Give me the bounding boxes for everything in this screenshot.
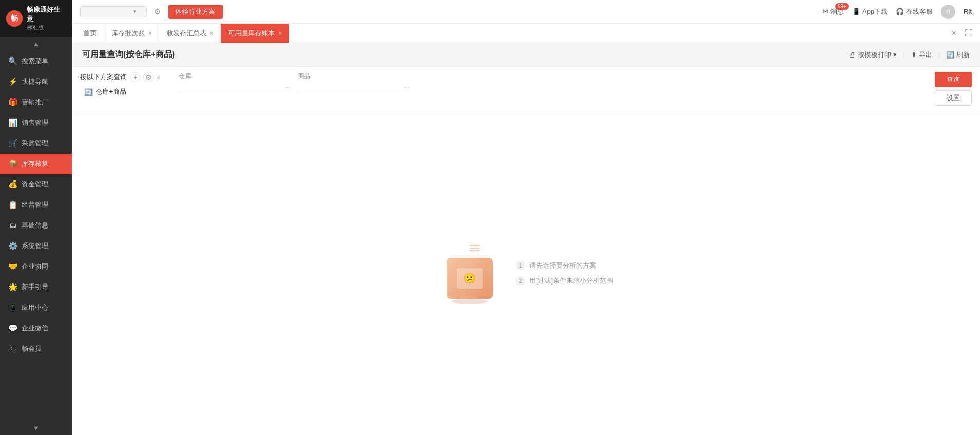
sidebar-item-label: 营销推广 [22,98,48,107]
tab-maximize-button[interactable]: ⛶ [961,27,976,40]
empty-shadow [452,299,488,304]
headset-icon: 🎧 [896,8,904,15]
topbar-right: ✉ 消息 99+ 📱 App下载 🎧 在线客服 R Rit [823,5,972,19]
divider-1: | [903,51,904,59]
tab-available-label: 可用量库存账本 [228,29,275,38]
print-button[interactable]: 🖨 按模板打印 ▾ [849,50,897,60]
sidebar-item-label: 搜索菜单 [22,56,48,66]
tab-available[interactable]: 可用量库存账本 × [221,24,289,43]
add-icon: + [133,73,137,81]
sidebar-item-label: 基础信息 [22,221,48,230]
warehouse-product-scheme[interactable]: 🔄 仓库+商品 [80,85,173,99]
username-label[interactable]: Rit [964,8,972,15]
refresh-label: 刷新 [956,50,970,60]
money-icon: 💰 [8,180,17,189]
message-icon: ✉ [823,8,828,15]
tab-home[interactable]: 首页 [76,24,104,43]
hint-text-1: 请先选择要分析的方案 [529,261,596,270]
warehouse-filter-field: 仓库 ··· [179,72,292,92]
sidebar-item-label: 系统管理 [22,241,48,251]
brand-icon: 畅 [6,10,23,27]
sidebar-item-marketing[interactable]: 🎁 营销推广 [0,92,72,112]
sidebar-item-purchase[interactable]: 🛒 采购管理 [0,133,72,154]
sidebar-item-wechat[interactable]: 💬 企业微信 [0,318,72,338]
tag-icon: 🏷 [8,344,17,353]
sidebar-item-finance[interactable]: 💰 资金管理 [0,174,72,195]
refresh-icon: 🔄 [946,51,954,59]
tab-home-label: 首页 [83,29,97,38]
collapse-button[interactable]: « [157,73,161,81]
sidebar-item-inventory[interactable]: 📦 库存核算 [0,154,72,174]
filter-scheme-panel: 按以下方案查询 + ⚙ « 🔄 仓库+商品 [80,72,173,99]
app-download-label: App下载 [862,7,887,16]
app-download-button[interactable]: 📱 App下载 [852,7,887,16]
filter-fields: 仓库 ··· 商品 ··· [179,72,929,92]
deco-line-3 [470,250,480,251]
sidebar-item-label: 库存核算 [22,159,48,168]
deco-line-2 [470,248,480,249]
topbar: ▾ ⚙ 体验行业方案 ✉ 消息 99+ 📱 App下载 🎧 在线客服 R Rit [72,0,980,24]
tab-available-close[interactable]: × [278,30,282,36]
filter-settings-button[interactable]: 设置 [935,90,972,106]
sidebar-item-appstore[interactable]: 📱 应用中心 [0,297,72,318]
empty-illustration: 😕 [439,242,501,304]
settings-icon[interactable]: ⚙ [154,7,161,16]
handshake-icon: 🤝 [8,262,17,271]
online-support-button[interactable]: 🎧 在线客服 [896,7,933,16]
sidebar-item-sales[interactable]: 📊 销售管理 [0,112,72,133]
product-input[interactable] [300,83,402,91]
scheme-item-label: 仓库+商品 [96,87,126,97]
sidebar-item-quicknav[interactable]: ⚡ 快捷导航 [0,71,72,92]
tab-bar: 首页 库存批次账 × 收发存汇总表 × 可用量库存账本 × × ⛶ [72,24,980,43]
tabs-actions: × ⛶ [949,27,976,40]
tab-close-all-button[interactable]: × [949,27,959,40]
sidebar-scroll-up[interactable]: ▲ [0,37,72,51]
sidebar-item-basic[interactable]: 🗂 基础信息 [0,215,72,236]
sidebar-item-member[interactable]: 🏷 畅会员 [0,338,72,359]
sidebar-item-operations[interactable]: 📋 经营管理 [0,195,72,215]
sidebar-item-label: 经营管理 [22,200,48,210]
print-dropdown-icon[interactable]: ▾ [893,51,897,59]
tab-batch[interactable]: 库存批次账 × [104,24,159,43]
topbar-search-input[interactable] [85,8,131,15]
tab-summary-close[interactable]: × [210,30,213,36]
search-icon: 🔍 [8,56,17,66]
empty-hint-2: 2 用[过滤]条件来缩小分析范围 [516,276,613,286]
filter-actions: 查询 设置 [935,72,972,106]
sidebar: 畅 畅康通好生意 标准版 ▲ 🔍 搜索菜单 ⚡ 快捷导航 🎁 营销推广 📊 销售… [0,0,72,435]
empty-state: 😕 1 请先选择要分析的方案 2 用[过滤]条件来缩小分析范围 [72,111,980,435]
star-icon: 🌟 [8,282,17,292]
query-button[interactable]: 查询 [935,72,972,87]
product-more-icon[interactable]: ··· [404,84,409,91]
sidebar-item-search[interactable]: 🔍 搜索菜单 [0,51,72,71]
hint-num-2: 2 [516,276,525,286]
tab-summary[interactable]: 收发存汇总表 × [159,24,221,43]
refresh-button[interactable]: 🔄 刷新 [946,50,970,60]
filter-bar: 按以下方案查询 + ⚙ « 🔄 仓库+商品 仓库 ··· [72,67,980,111]
sidebar-header: 畅 畅康通好生意 标准版 [0,0,72,37]
filter-scheme-label: 按以下方案查询 [80,72,127,82]
phone-icon: 📱 [852,8,860,15]
avatar-initials: R [946,9,950,15]
warehouse-input-wrap: ··· [179,82,292,92]
sidebar-item-label: 企业微信 [22,324,48,333]
lightning-icon: ⚡ [8,77,17,86]
warehouse-more-icon[interactable]: ··· [285,84,290,91]
warehouse-input[interactable] [181,83,283,91]
sidebar-item-enterprise[interactable]: 🤝 企业协同 [0,256,72,277]
sidebar-scroll-down[interactable]: ▼ [0,421,72,435]
sidebar-item-label: 采购管理 [22,139,48,148]
sidebar-item-system[interactable]: ⚙️ 系统管理 [0,236,72,256]
filter-scheme-header: 按以下方案查询 + ⚙ « [80,72,173,82]
clipboard-icon: 📋 [8,200,17,210]
scheme-icon: 🔄 [84,88,93,96]
scheme-settings-button[interactable]: ⚙ [143,72,154,82]
sidebar-item-newbie[interactable]: 🌟 新手引导 [0,277,72,297]
tab-batch-close[interactable]: × [148,30,152,36]
add-scheme-button[interactable]: + [130,72,140,82]
export-button[interactable]: ⬆ 导出 [911,50,932,60]
sidebar-item-label: 新手引导 [22,282,48,292]
message-button[interactable]: ✉ 消息 99+ [823,7,844,16]
trial-button[interactable]: 体验行业方案 [168,5,223,19]
chevron-down-icon[interactable]: ▾ [133,8,136,15]
